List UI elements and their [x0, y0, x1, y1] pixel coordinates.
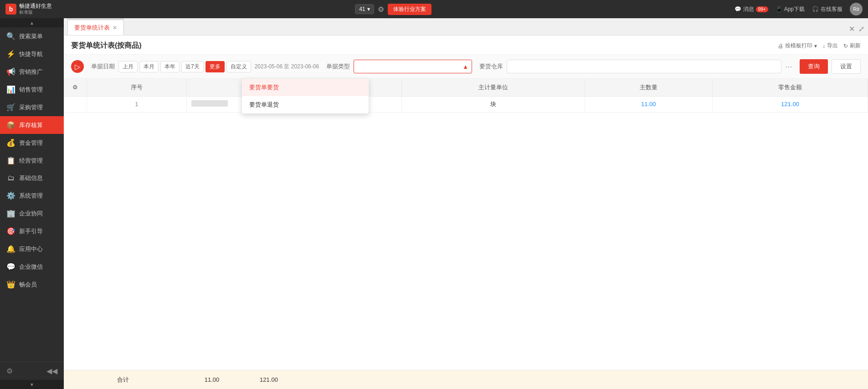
gear-icon[interactable]: ⚙ [378, 5, 384, 14]
sidebar-icon-enterprise: 🏢 [6, 209, 15, 218]
sidebar-icon-purchase: 🛒 [6, 103, 15, 112]
sidebar-icon-search: 🔍 [6, 32, 15, 41]
download-icon: 📱 [776, 6, 782, 12]
sidebar-item-member[interactable]: 👑 畅会员 [0, 276, 64, 293]
type-select-input[interactable] [354, 60, 472, 73]
app-download-label: App下载 [784, 5, 805, 13]
sidebar-item-basic[interactable]: 🗂 基础信息 [0, 169, 64, 187]
sidebar-icon-finance: 💰 [6, 138, 15, 147]
more-icon[interactable]: ⋯ [785, 62, 792, 71]
sidebar-label-shortcut: 快捷导航 [19, 50, 43, 58]
avatar[interactable]: Rit [850, 3, 863, 15]
sidebar-item-wechat[interactable]: 💬 企业微信 [0, 258, 64, 276]
query-button[interactable]: 查询 [800, 59, 828, 74]
page-actions: 🖨 按模板打印 ▾ ↓ 导出 ↻ 刷新 [778, 42, 861, 50]
tab-label-order-summary: 要货单统计表 [74, 24, 110, 32]
export-icon: ↓ [822, 43, 825, 49]
data-table: ⚙ 序号 商品 主计量单位 主数量 零售金额 1 块 11.00 121.00 [64, 79, 868, 113]
filter-bar: ▷ 单据日期 上月 本月 本年 近7天 更多 自定义 2023-05-06 至 … [64, 55, 868, 79]
filter-expand-button[interactable]: ▷ [71, 60, 84, 73]
chevron-down-icon: ▾ [814, 43, 817, 49]
sidebar-icon-guide: 🎯 [6, 227, 15, 235]
dropdown-item-return[interactable]: 要货单退货 [242, 96, 369, 113]
type-select-wrapper: ▲ [354, 60, 472, 73]
sidebar-item-marketing[interactable]: 📢 营销推广 [0, 63, 64, 81]
sidebar-label-finance: 资金管理 [19, 139, 43, 147]
sidebar-item-appstore[interactable]: 🔔 应用中心 [0, 240, 64, 258]
settings-button[interactable]: 设置 [832, 59, 861, 74]
sidebar-item-sales[interactable]: 📊 销售管理 [0, 81, 64, 98]
type-filter-group: 单据类型 ▲ [326, 60, 472, 73]
tab-list: 首页库存批次账✕收发存汇总表✕要货单统计表✕ [67, 18, 125, 35]
sidebar-item-shortcut[interactable]: ⚡ 快捷导航 [0, 45, 64, 63]
content-area: 首页库存批次账✕收发存汇总表✕要货单统计表✕ ✕ ⤢ 要货单统计表(按商品) 🖨… [64, 18, 868, 389]
sidebar-label-operation: 经营管理 [19, 157, 43, 165]
sidebar-scroll-up[interactable]: ▲ [0, 18, 64, 27]
sidebar-item-operation[interactable]: 📋 经营管理 [0, 152, 64, 169]
date-btn-up[interactable]: 上月 [118, 61, 138, 72]
amount-col-header: 零售金额 [712, 79, 868, 96]
footer-qty: 11.00 [159, 376, 228, 383]
settings-col-header[interactable]: ⚙ [64, 79, 87, 96]
tab-bar: 首页库存批次账✕收发存汇总表✕要货单统计表✕ ✕ ⤢ [64, 18, 868, 36]
type-label: 单据类型 [326, 62, 350, 71]
refresh-action[interactable]: ↻ 刷新 [843, 42, 861, 50]
sidebar-icon-marketing: 📢 [6, 67, 15, 76]
warehouse-input[interactable] [507, 60, 781, 73]
date-btn-year[interactable]: 本年 [160, 61, 180, 72]
trial-button[interactable]: 体验行业方案 [388, 4, 431, 15]
date-btn-week[interactable]: 近7天 [181, 61, 204, 72]
sidebar-label-marketing: 营销推广 [19, 68, 43, 76]
online-service-label: 在线客服 [821, 5, 842, 13]
tab-close-order-summary[interactable]: ✕ [113, 25, 117, 31]
tab-bar-right: ✕ ⤢ [849, 25, 864, 35]
app-download-item[interactable]: 📱 App下载 [776, 5, 805, 13]
export-action[interactable]: ↓ 导出 [822, 42, 838, 50]
dropdown-item-order[interactable]: 要货单要货 [242, 79, 369, 96]
store-selector[interactable]: 41 ▾ [355, 4, 374, 14]
sidebar: ▲ 🔍 搜索菜单 ⚡ 快捷导航 📢 营销推广 📊 销售管理 🛒 采购管理 📦 库… [0, 18, 64, 389]
sidebar-icon-system: ⚙️ [6, 191, 15, 200]
num-col-header: 序号 [87, 79, 187, 96]
online-service-item[interactable]: 🎧 在线客服 [812, 5, 842, 13]
sidebar-item-system[interactable]: ⚙️ 系统管理 [0, 187, 64, 205]
filter-actions: 查询 设置 [800, 59, 861, 74]
sidebar-items: 🔍 搜索菜单 ⚡ 快捷导航 📢 营销推广 📊 销售管理 🛒 采购管理 📦 库存核… [0, 27, 64, 293]
settings-icon[interactable]: ⚙ [6, 367, 13, 375]
warehouse-label: 要货仓库 [479, 62, 503, 71]
table-row: 1 块 11.00 121.00 [64, 96, 868, 112]
sidebar-item-finance[interactable]: 💰 资金管理 [0, 134, 64, 152]
sidebar-scroll-down[interactable]: ▼ [0, 380, 64, 389]
sidebar-item-enterprise[interactable]: 🏢 企业协同 [0, 205, 64, 222]
top-header: b 畅捷通好生意 标准版 41 ▾ ⚙ 体验行业方案 💬 消息 99+ 📱 Ap… [0, 0, 868, 18]
logo-area: b 畅捷通好生意 标准版 [5, 3, 52, 15]
user-name: Rit [853, 6, 859, 12]
sidebar-icon-operation: 📋 [6, 156, 15, 165]
sidebar-label-member: 畅会员 [19, 281, 37, 289]
print-action[interactable]: 🖨 按模板打印 ▾ [778, 42, 817, 50]
sidebar-item-purchase[interactable]: 🛒 采购管理 [0, 98, 64, 116]
logo-icon: b [5, 4, 16, 15]
sidebar-item-guide[interactable]: 🎯 新手引导 [0, 222, 64, 240]
date-btn-current[interactable]: 本月 [139, 61, 159, 72]
date-btn-more[interactable]: 更多 [205, 61, 225, 72]
sidebar-label-enterprise: 企业协同 [19, 210, 43, 218]
date-btn-custom[interactable]: 自定义 [226, 61, 251, 72]
message-item[interactable]: 💬 消息 99+ [734, 5, 768, 13]
sidebar-item-inventory[interactable]: 📦 库存核算 [0, 116, 64, 134]
collapse-icon[interactable]: ◀◀ [46, 367, 57, 375]
tab-order-summary[interactable]: 要货单统计表✕ [67, 20, 124, 35]
fullscreen-icon[interactable]: ⤢ [858, 25, 864, 33]
sidebar-label-system: 系统管理 [19, 192, 43, 200]
table-area: ⚙ 序号 商品 主计量单位 主数量 零售金额 1 块 11.00 121.00 [64, 79, 868, 370]
date-label: 单据日期 [91, 62, 115, 71]
close-all-icon[interactable]: ✕ [849, 25, 855, 33]
page-title: 要货单统计表(按商品) [71, 41, 142, 51]
sidebar-label-inventory: 库存核算 [19, 121, 43, 129]
sidebar-icon-sales: 📊 [6, 85, 15, 94]
sidebar-label-purchase: 采购管理 [19, 103, 43, 112]
sidebar-label-guide: 新手引导 [19, 227, 43, 235]
table-header-row: ⚙ 序号 商品 主计量单位 主数量 零售金额 [64, 79, 868, 96]
sidebar-item-search[interactable]: 🔍 搜索菜单 [0, 27, 64, 45]
header-left: b 畅捷通好生意 标准版 [5, 3, 52, 15]
